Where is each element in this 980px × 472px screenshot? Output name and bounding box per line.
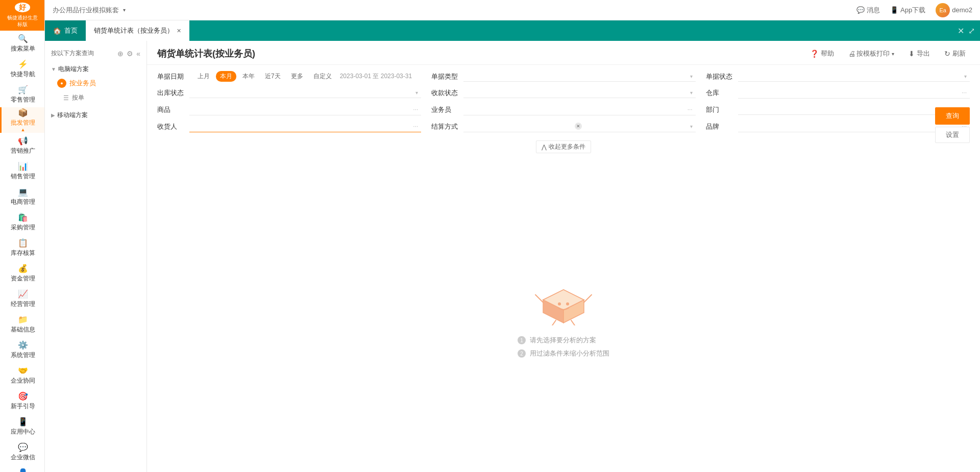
page-actions: ❓ 帮助 🖨 按模板打印 ▾ ⬇ 导出 ↻	[806, 47, 970, 60]
receipt-status-input[interactable]: ▾	[463, 88, 695, 98]
tab-sales-stats-label: 销货单统计表（按业务员）	[94, 26, 174, 35]
workspace-selector[interactable]: 办公用品行业模拟账套 ▾	[53, 6, 126, 15]
date-tab-custom[interactable]: 自定义	[309, 71, 336, 82]
settings-scheme-button[interactable]: ⚙	[127, 50, 133, 58]
empty-tip-1: 1 请先选择要分析的方案	[518, 336, 609, 345]
scheme-item-label: 按业务员	[69, 79, 96, 88]
tab-sales-stats[interactable]: 销货单统计表（按业务员） ✕	[86, 20, 189, 41]
tab-close-button[interactable]: ✕	[958, 26, 964, 36]
svg-point-5	[566, 302, 569, 305]
sidebar-item-ecommerce[interactable]: 💻 电商管理	[0, 184, 44, 209]
clear-icon[interactable]: ✕	[575, 123, 582, 130]
warehouse-label: 仓库	[706, 88, 734, 98]
collapse-panel-button[interactable]: «	[136, 50, 140, 58]
panel-header: 按以下方案查询 ⊕ ⚙ «	[45, 46, 146, 61]
date-tab-more[interactable]: 更多	[287, 71, 307, 82]
filter-receipt-status: 收款状态 ▾	[431, 88, 695, 98]
tab-close-icon[interactable]: ✕	[177, 28, 181, 34]
scheme-group-pc-title: ▼ 电脑端方案	[45, 63, 146, 76]
dropdown-icon: ▾	[415, 90, 418, 96]
sidebar-item-purchase[interactable]: 🛍️ 采购管理	[0, 209, 44, 235]
date-tab-this-year[interactable]: 本年	[238, 71, 259, 82]
dropdown-icon: ▾	[690, 124, 693, 129]
print-icon: 🖨	[848, 50, 855, 58]
sidebar-item-finance[interactable]: 💰 资金管理	[0, 261, 44, 286]
consignee-input[interactable]: ···	[189, 121, 421, 132]
doc-status-input[interactable]: ▾	[738, 72, 970, 82]
user-profile[interactable]: Ea demo2	[936, 3, 972, 17]
sidebar-item-system[interactable]: ⚙️ 系统管理	[0, 337, 44, 363]
sidebar-item-basic[interactable]: 📁 基础信息	[0, 312, 44, 337]
tip-num-2: 2	[518, 349, 526, 358]
sidebar-item-label: 应用中心	[11, 428, 35, 436]
main-area: 办公用品行业模拟账套 ▾ 💬 消息 📱 App下载 Ea demo2 🏠 首页 …	[45, 0, 980, 472]
panel-header-label: 按以下方案查询	[51, 49, 94, 58]
scheme-sub-item-by-order[interactable]: ☰ 按单	[45, 91, 146, 105]
right-content: 销货单统计表(按业务员) ❓ 帮助 🖨 按模板打印 ▾ ⬇	[147, 41, 980, 472]
settlement-input[interactable]: ✕ ▾	[463, 121, 695, 132]
sidebar-item-cooperation[interactable]: 🤝 企业协同	[0, 363, 44, 388]
filter-date: 单据日期 上月 本月 本年 近7天 更多 自定义 20	[157, 71, 421, 82]
tab-expand-button[interactable]: ⤢	[968, 26, 975, 36]
sidebar-item-operations[interactable]: 📈 经营管理	[0, 286, 44, 312]
goods-input[interactable]: ···	[189, 104, 421, 115]
filter-settlement: 结算方式 ✕ ▾	[431, 121, 695, 132]
out-status-input[interactable]: ▾	[189, 88, 421, 98]
apps-icon: 📱	[18, 417, 28, 427]
app-download-button[interactable]: 📱 App下载	[890, 6, 925, 15]
doc-type-input[interactable]: ▾	[463, 72, 695, 82]
empty-tip-2: 2 用过滤条件来缩小分析范围	[518, 349, 609, 358]
message-icon: 💬	[856, 6, 865, 14]
tab-home[interactable]: 🏠 首页	[45, 20, 86, 41]
sidebar-item-inventory[interactable]: 📋 库存核算	[0, 235, 44, 261]
query-button[interactable]: 查询	[935, 107, 970, 125]
sidebar-item-search[interactable]: 🔍 搜索菜单	[0, 31, 44, 56]
date-tab-7days[interactable]: 近7天	[261, 71, 285, 82]
more-icon: ···	[962, 89, 967, 96]
message-button[interactable]: 💬 消息	[856, 6, 880, 15]
warehouse-input[interactable]: ···	[738, 87, 970, 99]
add-scheme-button[interactable]: ⊕	[117, 50, 124, 58]
scheme-item-by-salesperson[interactable]: ● 按业务员	[45, 76, 146, 91]
sidebar-item-wechat[interactable]: 💬 企业微信	[0, 439, 44, 465]
order-icon: ☰	[63, 95, 69, 102]
sidebar-item-member[interactable]: 👤 畅会员	[0, 465, 44, 472]
export-icon: ⬇	[909, 50, 915, 58]
app-name: 畅捷通好生意	[7, 14, 38, 21]
filter-consignee: 收货人 ···	[157, 121, 421, 132]
salesperson-input[interactable]: ···	[463, 104, 695, 115]
sidebar-item-shortcut[interactable]: ⚡ 快捷导航	[0, 56, 44, 82]
sidebar-item-wholesale[interactable]: 📦 批发管理 ▲	[0, 107, 44, 133]
print-dropdown-icon: ▾	[892, 51, 894, 57]
user-name: demo2	[952, 6, 972, 14]
help-button[interactable]: ❓ 帮助	[806, 47, 838, 60]
sidebar-item-retail[interactable]: 🛒 零售管理	[0, 82, 44, 107]
scheme-group-mobile: ▶ 移动端方案	[45, 107, 146, 124]
tip-1-text: 请先选择要分析的方案	[530, 336, 596, 345]
sidebar-item-marketing[interactable]: 📢 营销推广	[0, 133, 44, 158]
panel-header-actions: ⊕ ⚙ «	[117, 50, 140, 58]
svg-line-9	[571, 320, 575, 325]
sidebar-item-label: 库存核算	[11, 249, 35, 257]
date-tab-this-month[interactable]: 本月	[216, 71, 236, 82]
doc-type-label: 单据类型	[431, 72, 459, 81]
sidebar-item-guide[interactable]: 🎯 新手引导	[0, 388, 44, 414]
sidebar-logo: 好 畅捷通好生意 标版	[0, 0, 44, 31]
dept-label: 部门	[706, 105, 734, 114]
guide-icon: 🎯	[18, 391, 28, 401]
collapse-button[interactable]: ⋀ 收起更多条件	[536, 140, 591, 153]
filter-brand: 品牌 ···	[706, 121, 970, 132]
filter-row-1: 单据日期 上月 本月 本年 近7天 更多 自定义 20	[157, 71, 970, 82]
empty-illustration	[533, 274, 594, 325]
export-button[interactable]: ⬇ 导出	[904, 47, 934, 60]
home-icon: 🏠	[53, 27, 61, 35]
basic-icon: 📁	[18, 315, 28, 324]
sidebar-item-apps[interactable]: 📱 应用中心	[0, 414, 44, 439]
refresh-button[interactable]: ↻ 刷新	[940, 47, 970, 60]
date-tab-last-month[interactable]: 上月	[193, 71, 214, 82]
print-button[interactable]: 🖨 按模板打印 ▾	[844, 47, 898, 60]
sidebar-item-sales[interactable]: 📊 销售管理	[0, 158, 44, 184]
sidebar-item-label: 搜索菜单	[11, 44, 35, 53]
top-bar: 办公用品行业模拟账套 ▾ 💬 消息 📱 App下载 Ea demo2	[45, 0, 980, 20]
settings-button[interactable]: 设置	[935, 127, 970, 143]
